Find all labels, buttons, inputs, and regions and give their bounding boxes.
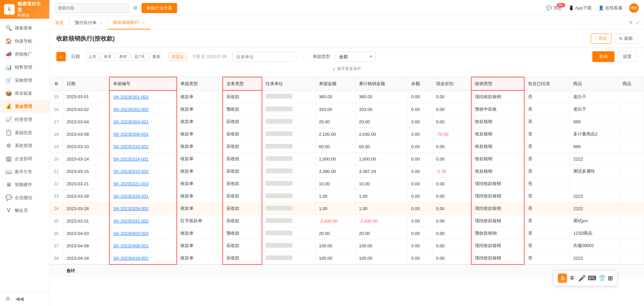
- settings-icon[interactable]: ⚙: [5, 296, 10, 302]
- online-service-btn[interactable]: 👤 在线客服: [598, 5, 623, 11]
- messages-btn[interactable]: 💬 消息 99+: [546, 5, 562, 11]
- cell-order_no[interactable]: SK-20230331-002: [109, 215, 177, 227]
- industry-btn[interactable]: 体验行业方案: [142, 3, 177, 13]
- order-link[interactable]: SK-20230331-002: [113, 219, 149, 224]
- tab-prepay[interactable]: 预付应付单×: [69, 16, 108, 29]
- sidebar-item-purchase[interactable]: 🛒采购管理: [0, 74, 49, 87]
- table-row[interactable]: 212023-03-15SK-20230315-002收款单应收款3,390.0…: [50, 165, 644, 178]
- order-type-select[interactable]: 全部 收款单 红字收款单: [335, 52, 376, 62]
- tab-close-all-icon[interactable]: ✕: [629, 19, 633, 26]
- mic-icon[interactable]: 🎤: [578, 274, 586, 282]
- sidebar-item-sales[interactable]: 📊销售管理: [0, 61, 49, 74]
- order-link[interactable]: SK-20230314-001: [113, 157, 149, 162]
- table-row[interactable]: 152023-03-01SK-20230301-002收款单应收款360.003…: [50, 90, 644, 103]
- table-row[interactable]: 162023-03-02SK-20230302-002收款单预收款333.003…: [50, 103, 644, 116]
- tab-home[interactable]: 首页: [50, 16, 69, 29]
- table-row[interactable]: 272023-04-08SK-20230408-001收款单应收款100.001…: [50, 240, 644, 252]
- sidebar-item-finance[interactable]: 💰资金管理: [0, 100, 49, 113]
- filter-date-btn-近7天[interactable]: 近7天: [131, 53, 148, 61]
- order-link[interactable]: SK-20230315-002: [113, 169, 149, 174]
- filter-date-btn-更多[interactable]: 更多: [149, 53, 163, 61]
- grid-icon[interactable]: ⊞: [608, 274, 613, 282]
- cell-order_no[interactable]: SK-20230315-002: [109, 165, 177, 178]
- table-row[interactable]: 262023-04-03SK-20230403-002收款单预收款20.0020…: [50, 227, 644, 240]
- query-btn[interactable]: 查询: [592, 51, 614, 62]
- sidebar-item-vip[interactable]: V畅会员: [0, 204, 49, 217]
- settings-btn[interactable]: 设置: [617, 51, 637, 62]
- cell-order_no[interactable]: SK-20230328-002: [109, 202, 177, 215]
- sidebar-item-wechat[interactable]: 💬企业微信: [0, 191, 49, 204]
- table-row[interactable]: 222023-03-21SK-20230321-003收款单应收款10.0010…: [50, 178, 644, 190]
- cell-partner: [262, 116, 316, 128]
- search-input[interactable]: [55, 3, 129, 13]
- table-row[interactable]: 282023-04-18SK-20230418-001收款单应收款100.001…: [50, 252, 644, 265]
- cell-order_no[interactable]: SK-20230403-002: [109, 227, 177, 240]
- order-link[interactable]: SK-20230328-001: [113, 194, 149, 199]
- order-link[interactable]: SK-20230321-003: [113, 181, 149, 186]
- cell-order_no[interactable]: SK-20230328-001: [109, 190, 177, 202]
- cell-order_no[interactable]: SK-20230310-001: [109, 140, 177, 153]
- cell-date: 2023-04-18: [63, 252, 109, 265]
- sidebar-item-operation[interactable]: 📈经营管理: [0, 113, 49, 126]
- sidebar-icon-vip: V: [5, 207, 12, 213]
- sidebar-item-inventory[interactable]: 📦库存核算: [0, 87, 49, 100]
- cell-product: 测试jun: [570, 215, 619, 227]
- refresh-btn[interactable]: ↻ 刷新: [615, 34, 637, 44]
- cell-order_no[interactable]: SK-20230302-002: [109, 103, 177, 116]
- cell-order_no[interactable]: SK-20230408-001: [109, 240, 177, 252]
- table-row[interactable]: 252023-03-31SK-20230331-002红字收款单应收款-2,43…: [50, 215, 644, 227]
- tab-expand-icon[interactable]: ⤢: [636, 19, 640, 26]
- filter-expand-btn[interactable]: »: [56, 52, 66, 61]
- keyboard-icon[interactable]: ⌨: [588, 274, 596, 282]
- sidebar-item-search-menu[interactable]: 🔍搜索菜单: [0, 21, 49, 35]
- sidebar-item-enterprise[interactable]: 🏢企业协同: [0, 152, 49, 165]
- app-download-btn[interactable]: 📱 App下载: [569, 5, 592, 11]
- table-row[interactable]: 202023-03-14SK-20230314-001收款单应收款1,000.0…: [50, 153, 644, 165]
- cell-order_no[interactable]: SK-20230301-002: [109, 90, 177, 103]
- cell-order_no[interactable]: SK-20230304-001: [109, 116, 177, 128]
- filter-date-btn-上月[interactable]: 上月: [85, 53, 99, 61]
- table-row[interactable]: 232023-03-28SK-20230328-001收款单应收款1.001.0…: [50, 190, 644, 202]
- partner-masked: [266, 231, 292, 235]
- table-row[interactable]: 172023-03-04SK-20230304-001收款单应收款20.0020…: [50, 116, 644, 128]
- sidebar-item-marketing[interactable]: 📣营销推广: [0, 48, 49, 61]
- gear-icon[interactable]: ⚙: [133, 5, 138, 11]
- sidebar-item-guide[interactable]: 📖新手引导: [0, 165, 49, 178]
- tab-receipt-exec[interactable]: 收款核销执行×: [108, 16, 150, 29]
- cell-include_settled: 否: [524, 116, 570, 128]
- cell-order_no[interactable]: SK-20230314-001: [109, 153, 177, 165]
- order-link[interactable]: SK-20230403-002: [113, 231, 149, 236]
- order-link[interactable]: SK-20230310-001: [113, 144, 149, 149]
- user-avatar[interactable]: Rit: [629, 3, 639, 13]
- order-link[interactable]: SK-20230304-001: [113, 119, 149, 124]
- order-link[interactable]: SK-20230308-001: [113, 132, 149, 137]
- sidebar-item-hardware[interactable]: 🖥智能硬件: [0, 178, 49, 191]
- unit-dots[interactable]: ...: [302, 54, 307, 59]
- sidebar-item-system[interactable]: ⚙系统管理: [0, 139, 49, 152]
- sidebar-item-basic-info[interactable]: 📋基础信息: [0, 126, 49, 139]
- tab-close-receipt-exec[interactable]: ×: [143, 20, 145, 24]
- filter-date-btn-本年[interactable]: 本年: [116, 53, 130, 61]
- cell-order_no[interactable]: SK-20230308-001: [109, 128, 177, 140]
- export-btn[interactable]: ↑ 导出: [591, 34, 612, 44]
- sidebar-item-quick-nav[interactable]: 🏠快捷导航: [0, 35, 49, 48]
- partner-input[interactable]: [232, 52, 296, 62]
- order-link[interactable]: SK-20230302-002: [113, 107, 149, 112]
- cell-order_no[interactable]: SK-20230418-001: [109, 252, 177, 265]
- order-link[interactable]: SK-20230418-001: [113, 256, 149, 261]
- table-row[interactable]: 192023-03-10SK-20230310-001收款单应收款60.0060…: [50, 140, 644, 153]
- filter-date-btn-本月[interactable]: 本月: [101, 53, 115, 61]
- order-link[interactable]: SK-20230301-002: [113, 95, 149, 100]
- order-link[interactable]: SK-20230328-002: [113, 206, 149, 211]
- filter-custom-date-btn[interactable]: 自定义: [169, 53, 187, 61]
- expand-more-btn[interactable]: ∨ 展开更多条件: [56, 65, 637, 73]
- cell-order_no[interactable]: SK-20230321-003: [109, 178, 177, 190]
- table-row[interactable]: 242023-03-28SK-20230328-002收款单应收款1.001.0…: [50, 202, 644, 215]
- cell-product: 多计量商品2: [570, 128, 619, 140]
- cell-balance: 0.00: [408, 140, 433, 153]
- order-link[interactable]: SK-20230408-001: [113, 243, 149, 248]
- table-row[interactable]: 182023-03-08SK-20230308-001收款单应收款2,100.0…: [50, 128, 644, 140]
- collapse-icon[interactable]: ◀◀: [15, 296, 23, 302]
- shirt-icon[interactable]: 👕: [598, 274, 606, 282]
- tab-close-prepay[interactable]: ×: [100, 21, 102, 25]
